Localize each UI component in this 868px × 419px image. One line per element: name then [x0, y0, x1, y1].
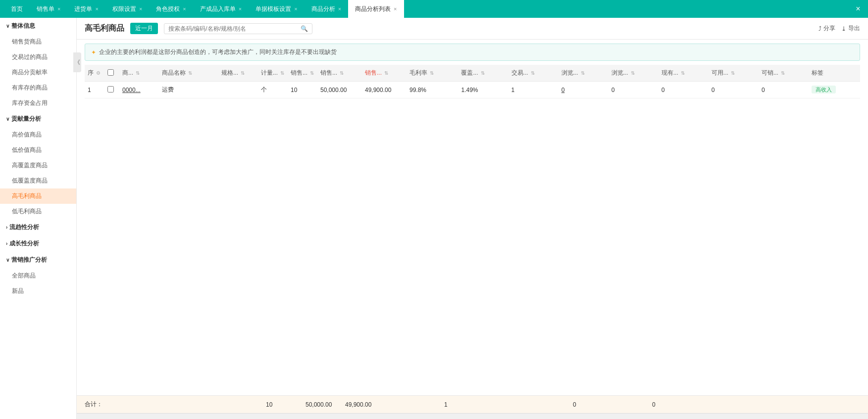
cell-seq: 1: [85, 82, 104, 98]
sidebar-item-sales-goods[interactable]: 销售货商品: [0, 34, 76, 49]
close-permission-tab[interactable]: ×: [139, 6, 142, 12]
nav-tab-permission[interactable]: 权限设置 ×: [105, 0, 149, 18]
sidebar-item-all-goods[interactable]: 全部商品: [0, 268, 76, 283]
th-sales-qty[interactable]: 销售... ⇅: [288, 65, 317, 82]
sidebar-item-high-coverage[interactable]: 高覆盖度商品: [0, 158, 76, 173]
th-browse1[interactable]: 浏览... ⇅: [559, 65, 609, 82]
select-all-checkbox[interactable]: [107, 69, 114, 76]
th-name[interactable]: 商品名称 ⇅: [159, 65, 218, 82]
horizontal-scrollbar[interactable]: [77, 413, 868, 419]
share-button[interactable]: ⤴ 分享: [818, 24, 835, 33]
footer-values: 10 50,000.00 49,900.00 1 0 0: [144, 401, 860, 408]
cell-browse1[interactable]: 0: [559, 82, 609, 98]
sort-browse2-icon[interactable]: ⇅: [631, 70, 635, 76]
nav-tab-role[interactable]: 角色授权 ×: [149, 0, 193, 18]
sidebar-item-low-margin[interactable]: 低毛利商品: [0, 204, 76, 219]
sidebar-section-contribution[interactable]: ∨ 贡献量分析: [0, 111, 76, 127]
close-template-tab[interactable]: ×: [294, 6, 297, 12]
footer-cell-spacer1: [144, 401, 263, 408]
sort-coverage-icon[interactable]: ⇅: [481, 70, 485, 76]
footer-cell-sales-profit: 49,900.00: [342, 401, 382, 408]
sort-current-stock-icon[interactable]: ⇅: [681, 70, 685, 76]
th-sellable[interactable]: 可销... ⇅: [759, 65, 809, 82]
th-browse2[interactable]: 浏览... ⇅: [609, 65, 659, 82]
th-current-stock[interactable]: 现有... ⇅: [659, 65, 709, 82]
nav-tab-sales[interactable]: 销售单 ×: [30, 0, 67, 18]
close-product-in-tab[interactable]: ×: [239, 6, 242, 12]
sidebar-item-in-stock[interactable]: 有库存的商品: [0, 80, 76, 95]
footer-cell-sellable: 0: [649, 401, 689, 408]
share-icon: ⤴: [818, 25, 821, 32]
sidebar-collapse-button[interactable]: 《: [73, 52, 81, 72]
nav-tab-purchase[interactable]: 进货单 ×: [67, 0, 105, 18]
th-sales-amount[interactable]: 销售... ⇅: [317, 65, 362, 82]
nav-tab-analysis[interactable]: 商品分析 ×: [305, 0, 348, 18]
th-spec[interactable]: 规格... ⇅: [218, 65, 258, 82]
cell-check[interactable]: [104, 82, 119, 98]
close-purchase-tab[interactable]: ×: [95, 6, 98, 12]
cell-name: 运费: [159, 82, 218, 98]
th-unit[interactable]: 计量... ⇅: [258, 65, 288, 82]
close-analysis-tab[interactable]: ×: [338, 6, 341, 12]
gear-icon[interactable]: ⚙: [96, 70, 101, 76]
sort-gross-rate-icon[interactable]: ⇅: [430, 70, 434, 76]
info-icon: ✦: [91, 49, 96, 56]
time-filter-button[interactable]: 近一月: [130, 23, 158, 34]
close-analysis-list-tab[interactable]: ×: [394, 6, 397, 12]
content-header: 高毛利商品 近一月 🔍 ⤴ 分享 ⤓ 导出: [77, 18, 868, 40]
sidebar-item-stock-funds[interactable]: 库存资金占用: [0, 95, 76, 111]
sort-sales-qty-icon[interactable]: ⇅: [310, 70, 314, 76]
th-code[interactable]: 商... ⇅: [119, 65, 159, 82]
search-icon[interactable]: 🔍: [301, 25, 308, 32]
th-coverage[interactable]: 覆盖... ⇅: [458, 65, 508, 82]
sort-trade-icon[interactable]: ⇅: [531, 70, 535, 76]
export-button[interactable]: ⤓ 导出: [841, 24, 860, 33]
nav-tab-product-in[interactable]: 产成品入库单 ×: [193, 0, 249, 18]
table-row: 1 0000... 运费 个 10 50,000.00 49,900.00 99…: [85, 82, 860, 98]
sort-name-icon[interactable]: ⇅: [188, 70, 192, 76]
th-available[interactable]: 可用... ⇅: [709, 65, 759, 82]
sidebar-item-new-goods[interactable]: 新品: [0, 283, 76, 299]
sidebar-section-trend[interactable]: › 流趋性分析: [0, 219, 76, 235]
data-table: 序 ⚙ 商... ⇅ 商品名称 ⇅: [85, 65, 860, 98]
sidebar-item-high-value[interactable]: 高价值商品: [0, 127, 76, 142]
window-close-button[interactable]: ×: [852, 3, 864, 15]
table-container: 序 ⚙ 商... ⇅ 商品名称 ⇅: [77, 65, 868, 395]
th-gross-rate[interactable]: 毛利率 ⇅: [407, 65, 458, 82]
search-input[interactable]: [168, 25, 299, 32]
sidebar-section-growth[interactable]: › 成长性分析: [0, 235, 76, 252]
main-content: 高毛利商品 近一月 🔍 ⤴ 分享 ⤓ 导出 ✦ 企业的主要的利润都是这部分商品创…: [77, 18, 868, 419]
search-box[interactable]: 🔍: [164, 23, 312, 34]
sort-sellable-icon[interactable]: ⇅: [781, 70, 785, 76]
cell-sales-amount: 50,000.00: [317, 82, 362, 98]
sidebar-item-high-margin[interactable]: 高毛利商品: [0, 188, 76, 204]
sidebar-item-low-value[interactable]: 低价值商品: [0, 142, 76, 158]
header-actions: ⤴ 分享 ⤓ 导出: [818, 24, 860, 33]
arrow-overall: ∨: [6, 23, 9, 29]
sidebar-item-low-coverage[interactable]: 低覆盖度商品: [0, 173, 76, 188]
sort-unit-icon[interactable]: ⇅: [280, 70, 284, 76]
th-trade[interactable]: 交易... ⇅: [509, 65, 559, 82]
sidebar-item-contribution-rate[interactable]: 商品分贡献率: [0, 65, 76, 80]
close-sales-tab[interactable]: ×: [57, 6, 60, 12]
page-title: 高毛利商品: [85, 23, 124, 34]
sort-browse1-icon[interactable]: ⇅: [581, 70, 585, 76]
sort-available-icon[interactable]: ⇅: [731, 70, 735, 76]
close-role-tab[interactable]: ×: [183, 6, 186, 12]
sidebar-item-traded-goods[interactable]: 交易过的商品: [0, 49, 76, 65]
sidebar-section-marketing[interactable]: ∨ 营销推广分析: [0, 252, 76, 268]
cell-sellable: 0: [759, 82, 809, 98]
nav-tab-template[interactable]: 单据模板设置 ×: [249, 0, 304, 18]
sort-spec-icon[interactable]: ⇅: [241, 70, 245, 76]
th-sales-profit[interactable]: 销售... ⇅: [362, 65, 407, 82]
sort-code-icon[interactable]: ⇅: [136, 70, 140, 76]
arrow-marketing: ∨: [6, 257, 9, 263]
cell-code[interactable]: 0000...: [119, 82, 159, 98]
nav-tab-analysis-list[interactable]: 商品分析列表 ×: [348, 0, 404, 18]
sort-sales-amount-icon[interactable]: ⇅: [340, 70, 344, 76]
nav-tab-home[interactable]: 首页: [4, 0, 30, 18]
sidebar-section-overall[interactable]: ∨ 整体信息: [0, 18, 76, 34]
sort-sales-profit-icon[interactable]: ⇅: [384, 70, 388, 76]
cell-trade: 1: [509, 82, 559, 98]
row-checkbox[interactable]: [107, 86, 114, 93]
